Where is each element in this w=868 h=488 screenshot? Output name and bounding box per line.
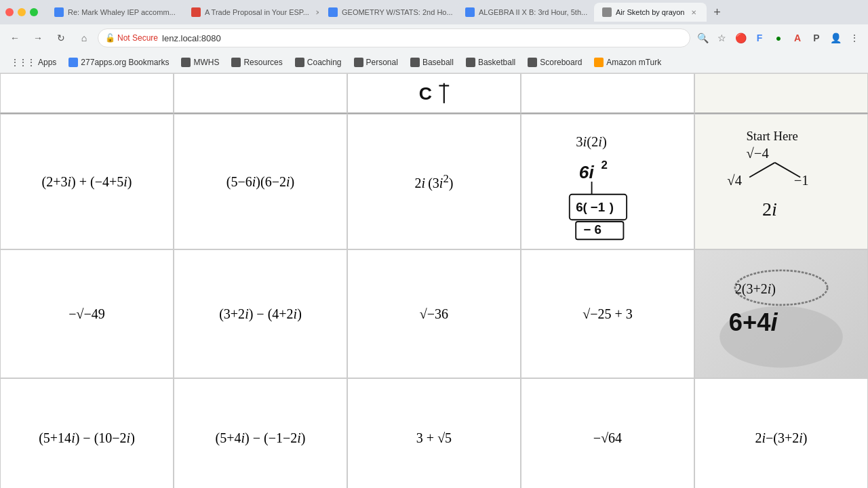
svg-text:−1: −1 <box>794 173 809 188</box>
cell-r2c1: (3+2i) − (4+2i) <box>174 249 347 378</box>
not-secure-label: Not Secure <box>117 33 158 43</box>
forward-button[interactable]: → <box>28 28 47 47</box>
tab-2[interactable]: A Trade Proposal in Your ESP... ✕ <box>183 3 319 22</box>
cell-r3c0: (5+14i) − (10−2i) <box>0 378 174 488</box>
bm-277apps[interactable]: 277apps.org Bookmarks <box>63 54 174 70</box>
tab-bar: Re: Mark Whaley IEP accomm... ✕ A Trade … <box>0 0 868 24</box>
bm-coaching-icon <box>295 58 304 67</box>
back-button[interactable]: ← <box>5 28 24 47</box>
svg-text:): ) <box>610 200 614 214</box>
bm-apps[interactable]: ⋮⋮⋮ Apps <box>5 54 62 70</box>
bm-amazon-icon <box>594 58 604 67</box>
new-tab-button[interactable]: + <box>708 3 727 22</box>
minimize-button[interactable] <box>18 8 26 16</box>
svg-line-16 <box>749 163 774 178</box>
extension-icon-green[interactable]: ● <box>770 30 787 46</box>
extension-icon-avatar[interactable]: 👤 <box>827 30 844 46</box>
extension-icon-a[interactable]: A <box>789 30 806 46</box>
cell-r3c4-formula: 2i−(3+2i) <box>755 428 807 447</box>
not-secure-indicator: 🔓 Not Secure <box>105 33 158 43</box>
cell-r1c3-svg: 3i(2i) 6i 2 6( −1 ) − 6 <box>533 121 682 242</box>
bm-amazon[interactable]: Amazon mTurk <box>589 54 667 70</box>
bm-mwhs-label: MWHS <box>193 58 219 67</box>
svg-text:C: C <box>419 83 432 104</box>
bm-amazon-label: Amazon mTurk <box>606 58 661 67</box>
bm-277apps-label: 277apps.org Bookmarks <box>81 58 169 67</box>
cell-r1c2: 2i (3i2) <box>347 114 521 249</box>
cell-r0c2: C <box>347 73 521 114</box>
cell-r3c2: 3 + √5 <box>347 378 521 488</box>
cell-r2c1-formula: (3+2i) − (4+2i) <box>219 304 302 323</box>
bm-scoreboard[interactable]: Scoreboard <box>522 54 587 70</box>
bm-baseball-icon <box>410 58 420 67</box>
cell-r1c1: (5−6i)(6−2i) <box>174 114 347 249</box>
bm-basketball[interactable]: Basketball <box>460 54 521 70</box>
svg-text:√4: √4 <box>727 173 742 188</box>
bm-resources-icon <box>231 58 241 67</box>
bm-personal-label: Personal <box>366 58 398 67</box>
cell-r1c0-formula: (2+3i) + (−4+5i) <box>42 172 132 191</box>
cell-r2c2-formula: √−36 <box>420 304 448 323</box>
tab-4-close[interactable]: ✕ <box>591 7 593 17</box>
tab-5-favicon <box>602 7 612 17</box>
tab-2-close[interactable]: ✕ <box>313 7 319 17</box>
tab-3-favicon <box>328 7 338 17</box>
cell-r0c1 <box>174 73 347 114</box>
bm-coaching-label: Coaching <box>307 58 342 67</box>
cell-r1c1-formula: (5−6i)(6−2i) <box>226 172 294 191</box>
tab-5-close[interactable]: ✕ <box>689 7 698 17</box>
cell-r2c0-formula: −√−49 <box>68 304 105 323</box>
nav-icons: 🔍 ☆ 🔴 F ● A P 👤 ⋮ <box>694 30 863 46</box>
bm-apps-label: Apps <box>38 58 56 67</box>
svg-text:6(: 6( <box>576 200 587 214</box>
search-icon[interactable]: 🔍 <box>694 30 711 46</box>
svg-text:− 6: − 6 <box>583 222 601 237</box>
home-button[interactable]: ⌂ <box>75 28 94 47</box>
bm-baseball[interactable]: Baseball <box>405 54 459 70</box>
cell-r3c4: 2i−(3+2i) <box>694 378 868 488</box>
extension-icon-red[interactable]: 🔴 <box>732 30 749 46</box>
cell-r3c2-formula: 3 + √5 <box>416 428 452 447</box>
svg-text:2(3+2i): 2(3+2i) <box>735 281 776 297</box>
tab-2-favicon <box>191 7 201 17</box>
cell-r2c2: √−36 <box>347 249 521 378</box>
nav-bar: ← → ↻ ⌂ 🔓 Not Secure lenz.local:8080 🔍 ☆… <box>0 24 868 52</box>
close-button[interactable] <box>5 8 14 16</box>
cell-r2c3: √−25 + 3 <box>521 249 694 378</box>
reload-button[interactable]: ↻ <box>52 28 71 47</box>
bookmark-icon[interactable]: ☆ <box>713 30 730 46</box>
svg-text:Start Here: Start Here <box>746 129 797 143</box>
bm-personal[interactable]: Personal <box>349 54 403 70</box>
cell-r1c4: Start Here √−4 √4 −1 2i <box>694 114 868 249</box>
browser-chrome: Re: Mark Whaley IEP accomm... ✕ A Trade … <box>0 0 868 73</box>
cell-r3c1: (5+4i) − (−1−2i) <box>174 378 347 488</box>
apps-icon: ⋮⋮⋮ <box>11 58 35 67</box>
tab-3[interactable]: GEOMETRY W/STATS: 2nd Ho... ✕ <box>320 3 456 22</box>
bm-baseball-label: Baseball <box>422 58 454 67</box>
bm-personal-icon <box>354 58 363 67</box>
svg-text:3i(2i): 3i(2i) <box>576 134 607 150</box>
tab-1[interactable]: Re: Mark Whaley IEP accomm... ✕ <box>46 3 182 22</box>
tab-4-label: ALGEBRA II X B: 3rd Hour, 5th... <box>479 8 587 16</box>
tab-5[interactable]: Air Sketch by qrayon ✕ <box>594 3 707 22</box>
extension-icon-p[interactable]: P <box>808 30 825 46</box>
address-bar[interactable]: 🔓 Not Secure lenz.local:8080 <box>98 28 690 47</box>
cell-r0c4 <box>694 73 868 114</box>
cell-r2c3-formula: √−25 + 3 <box>583 304 633 323</box>
extension-icon-f[interactable]: F <box>751 30 768 46</box>
url-text: lenz.local:8080 <box>162 33 221 43</box>
bm-mwhs[interactable]: MWHS <box>176 54 224 70</box>
menu-icon[interactable]: ⋮ <box>846 30 863 46</box>
tab-1-close[interactable]: ✕ <box>180 7 182 17</box>
bm-coaching[interactable]: Coaching <box>290 54 347 70</box>
cell-r1c3: 3i(2i) 6i 2 6( −1 ) − 6 <box>521 114 694 249</box>
cell-r3c0-formula: (5+14i) − (10−2i) <box>39 428 135 447</box>
cell-r0c3 <box>521 73 694 114</box>
svg-text:2: 2 <box>601 159 608 171</box>
maximize-button[interactable] <box>30 8 38 16</box>
tab-4[interactable]: ALGEBRA II X B: 3rd Hour, 5th... ✕ <box>457 3 593 22</box>
partial-sketch-c: C <box>407 81 461 106</box>
cell-r1c0: (2+3i) + (−4+5i) <box>0 114 174 249</box>
main-content: C (2+3i) + (−4+5i) (5−6i)(6−2i) 2i (3i2) <box>0 73 868 488</box>
bm-resources[interactable]: Resources <box>226 54 288 70</box>
